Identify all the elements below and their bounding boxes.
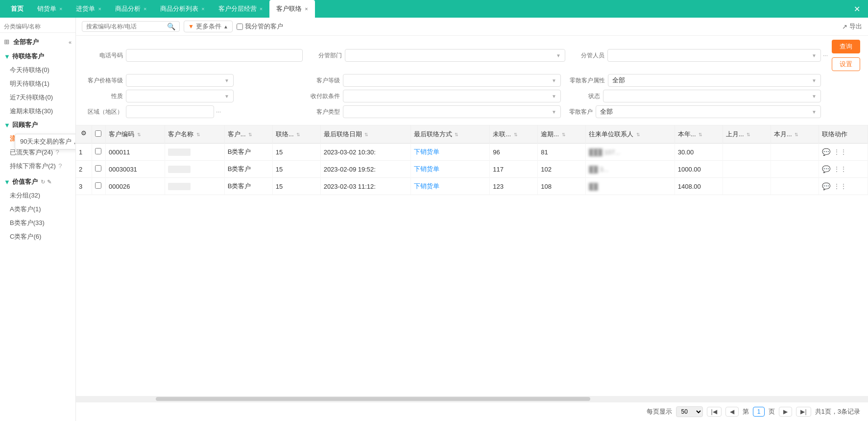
manager-select[interactable]: ▼ bbox=[607, 49, 821, 62]
col-last-month[interactable]: 上月... ⇅ bbox=[723, 125, 771, 144]
col-last-date[interactable]: 最后联络日期 ⇅ bbox=[320, 125, 410, 144]
cell-checkbox[interactable] bbox=[92, 178, 106, 195]
col-code[interactable]: 客户编码 ⇅ bbox=[106, 125, 165, 144]
row-checkbox-0[interactable] bbox=[95, 148, 101, 154]
cell-checkbox[interactable] bbox=[92, 161, 106, 178]
sort-icon-type[interactable]: ⇅ bbox=[248, 132, 252, 137]
close-tab-product-analysis-list[interactable]: × bbox=[201, 6, 204, 12]
status-select[interactable]: ▼ bbox=[603, 90, 821, 102]
region-more[interactable]: ··· bbox=[216, 108, 221, 115]
action-chat-icon-0[interactable]: 💬 bbox=[822, 148, 830, 156]
sidebar-item-tomorrow-contact[interactable]: 明天待联络(1) bbox=[0, 77, 75, 91]
sidebar-group-value-customers[interactable]: ▼ 价值客户 ↻ ✎ bbox=[0, 175, 75, 189]
tab-product-analysis[interactable]: 商品分析 × bbox=[108, 0, 153, 18]
last-page-button[interactable]: ▶| bbox=[796, 407, 811, 417]
dept-select[interactable]: ▼ bbox=[345, 49, 565, 62]
sidebar-group-churn-risk[interactable]: ▼ 回顾客户 bbox=[0, 118, 75, 132]
sort-icon-no-contact[interactable]: ⇅ bbox=[514, 132, 518, 137]
manager-more[interactable]: ··· bbox=[823, 52, 828, 59]
cell-last-method[interactable]: 下销货单 bbox=[410, 161, 489, 178]
main-search-input[interactable] bbox=[86, 23, 165, 30]
col-no-contact[interactable]: 未联... ⇅ bbox=[490, 125, 538, 144]
tab-customer-segmentation[interactable]: 客户分层经营 × bbox=[212, 0, 269, 18]
cell-last-method[interactable]: 下销货单 bbox=[410, 144, 489, 161]
sort-icon-unit-contact[interactable]: ⇅ bbox=[636, 132, 640, 137]
action-menu-icon-0[interactable]: ⋮⋮ bbox=[833, 148, 847, 156]
sidebar-item-7day-contact[interactable]: 近7天待联络(0) bbox=[0, 91, 75, 104]
tab-product-analysis-list[interactable]: 商品分析列表 × bbox=[153, 0, 211, 18]
sidebar-item-ungrouped[interactable]: 未分组(32) bbox=[0, 189, 75, 202]
sidebar-search-input[interactable] bbox=[4, 23, 76, 30]
action-menu-icon-2[interactable]: ⋮⋮ bbox=[833, 182, 847, 190]
sort-icon-this-month[interactable]: ⇅ bbox=[795, 132, 798, 137]
region-select[interactable] bbox=[126, 105, 214, 118]
price-level-select[interactable]: ▼ bbox=[126, 74, 234, 87]
query-button[interactable]: 查询 bbox=[832, 40, 860, 53]
sort-icon-last-method[interactable]: ⇅ bbox=[455, 132, 458, 137]
edit-icon[interactable]: ✎ bbox=[47, 179, 51, 185]
next-page-button[interactable]: ▶ bbox=[779, 407, 792, 417]
action-chat-icon-2[interactable]: 💬 bbox=[822, 182, 830, 190]
last-method-link-2[interactable]: 下销货单 bbox=[414, 182, 439, 190]
close-tab-product-analysis[interactable]: × bbox=[144, 6, 146, 12]
prev-page-button[interactable]: ◀ bbox=[725, 407, 739, 417]
col-type[interactable]: 客户... ⇅ bbox=[224, 125, 272, 144]
col-contact[interactable]: 联络... ⇅ bbox=[272, 125, 320, 144]
tab-customer-contact[interactable]: 客户联络 × bbox=[269, 0, 314, 18]
tab-purchase-order[interactable]: 进货单 × bbox=[69, 0, 108, 18]
my-customers-checkbox-label[interactable]: 我分管的客户 bbox=[237, 22, 283, 31]
horizontal-scrollbar[interactable] bbox=[76, 396, 868, 402]
zero-retail-attr-select[interactable]: 全部 ▼ bbox=[608, 74, 821, 87]
page-size-select[interactable]: 50 100 200 bbox=[676, 406, 703, 417]
select-all-checkbox[interactable] bbox=[95, 130, 101, 137]
sidebar-item-today-contact[interactable]: 今天待联络(0) bbox=[0, 63, 75, 77]
current-page-number[interactable]: 1 bbox=[753, 407, 765, 417]
gender-select[interactable]: ▼ bbox=[126, 90, 234, 102]
row-checkbox-1[interactable] bbox=[95, 165, 101, 172]
setting-button[interactable]: 设置 bbox=[832, 57, 860, 71]
sidebar-item-b-customers[interactable]: B类客户(33) bbox=[0, 216, 75, 230]
customer-type-select[interactable]: ▼ bbox=[343, 105, 561, 118]
sort-icon-contact[interactable]: ⇅ bbox=[296, 132, 300, 137]
col-name[interactable]: 客户名称 ⇅ bbox=[165, 125, 224, 144]
sidebar-item-declining[interactable]: 持续下滑客户(2) ? bbox=[0, 159, 75, 173]
sidebar-all-customers[interactable]: ⊞ 全部客户 « bbox=[0, 35, 75, 50]
cell-last-method[interactable]: 下销货单 bbox=[410, 178, 489, 195]
cell-checkbox[interactable] bbox=[92, 144, 106, 161]
action-menu-icon-1[interactable]: ⋮⋮ bbox=[833, 165, 847, 173]
close-tab-purchase-order[interactable]: × bbox=[98, 6, 101, 12]
sort-icon-overdue[interactable]: ⇅ bbox=[562, 132, 566, 137]
scrollbar-thumb[interactable] bbox=[156, 397, 590, 401]
sort-icon-name[interactable]: ⇅ bbox=[196, 132, 200, 137]
sort-icon-last-month[interactable]: ⇅ bbox=[747, 132, 750, 137]
sort-icon-last-date[interactable]: ⇅ bbox=[364, 132, 368, 137]
payment-select[interactable]: ▼ bbox=[343, 90, 561, 102]
refresh-icon[interactable]: ↻ bbox=[41, 179, 45, 185]
sidebar-item-overdue-contact[interactable]: 逾期未联络(30) bbox=[0, 104, 75, 118]
window-close-button[interactable]: ✕ bbox=[850, 4, 864, 14]
col-overdue[interactable]: 逾期... ⇅ bbox=[538, 125, 586, 144]
sidebar-item-a-customers[interactable]: A类客户(1) bbox=[0, 202, 75, 216]
export-button[interactable]: ↗ 导出 bbox=[842, 22, 862, 31]
last-method-link-1[interactable]: 下销货单 bbox=[414, 165, 439, 173]
sidebar-collapse-icon[interactable]: « bbox=[69, 39, 72, 45]
last-method-link-0[interactable]: 下销货单 bbox=[414, 148, 439, 155]
tab-home[interactable]: 首页 bbox=[4, 0, 30, 18]
col-unit-contact[interactable]: 往来单位联系人 ⇅ bbox=[586, 125, 675, 144]
sort-icon-code[interactable]: ⇅ bbox=[137, 132, 141, 137]
sidebar-item-c-customers[interactable]: C类客户(6) bbox=[0, 230, 75, 244]
close-tab-sales-order[interactable]: × bbox=[59, 6, 62, 12]
zero-retail-select[interactable]: 全部 ▼ bbox=[596, 105, 821, 118]
main-search-button[interactable]: 🔍 bbox=[167, 23, 175, 30]
action-chat-icon-1[interactable]: 💬 bbox=[822, 165, 830, 173]
tab-sales-order[interactable]: 销货单 × bbox=[30, 0, 69, 18]
more-filter-button[interactable]: ▼ 更多条件 ▲ bbox=[184, 21, 233, 32]
col-this-month[interactable]: 本月... ⇅ bbox=[771, 125, 819, 144]
sort-icon-this-year[interactable]: ⇅ bbox=[699, 132, 702, 137]
col-last-method[interactable]: 最后联络方式 ⇅ bbox=[410, 125, 489, 144]
phone-input[interactable] bbox=[126, 49, 303, 62]
row-checkbox-2[interactable] bbox=[95, 182, 101, 189]
customer-level-select[interactable]: ▼ bbox=[343, 74, 561, 87]
sidebar-group-pending-contact[interactable]: ▼ 待联络客户 bbox=[0, 50, 75, 63]
close-tab-customer-contact[interactable]: × bbox=[305, 6, 308, 12]
